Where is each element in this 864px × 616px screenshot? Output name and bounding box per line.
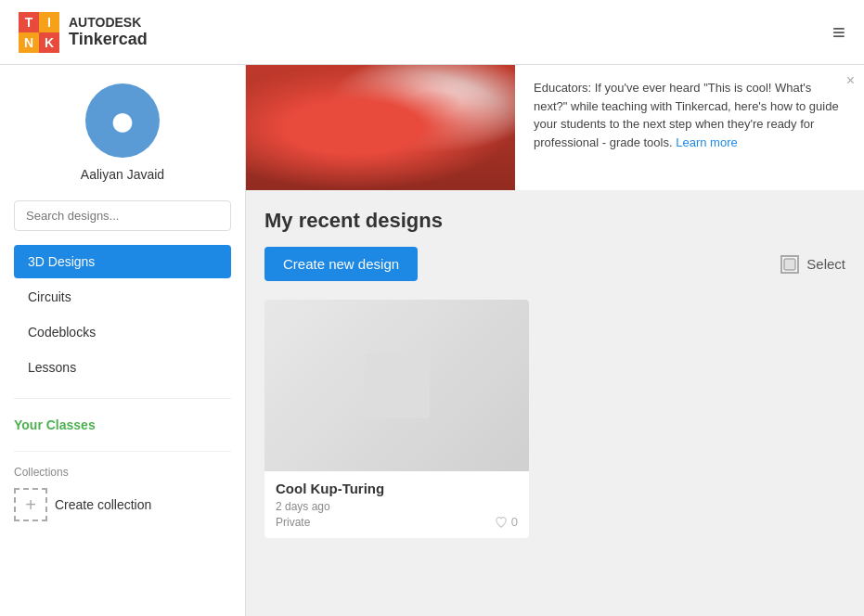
select-label[interactable]: Select xyxy=(806,256,845,272)
sidebar: ● Aaliyan Javaid 3D Designs Circuits Cod… xyxy=(0,65,246,616)
sidebar-item-3d-designs[interactable]: 3D Designs xyxy=(14,245,231,278)
brand-autodesk: AUTODESK xyxy=(69,15,148,30)
collections-section: Collections + Create collection xyxy=(14,466,231,521)
design-meta: Private 0 xyxy=(276,515,518,529)
select-checkbox[interactable] xyxy=(780,255,799,274)
create-collection-icon: + xyxy=(14,488,47,521)
heart-icon xyxy=(495,516,508,529)
design-card-info: Cool Kup-Turing 2 days ago Private 0 xyxy=(264,471,529,538)
design-name: Cool Kup-Turing xyxy=(276,481,518,496)
layout: ● Aaliyan Javaid 3D Designs Circuits Cod… xyxy=(0,65,864,616)
design-privacy: Private xyxy=(276,516,310,529)
recent-designs-section: My recent designs Create new design Sele… xyxy=(246,190,864,538)
create-new-design-button[interactable]: Create new design xyxy=(264,247,418,281)
logo-box: T I N K xyxy=(19,12,59,53)
hamburger-menu-icon[interactable]: ≡ xyxy=(832,19,845,45)
select-area: Select xyxy=(780,255,845,274)
your-classes-link[interactable]: Your Classes xyxy=(14,413,231,437)
banner-learn-more-link[interactable]: Learn more xyxy=(676,135,737,149)
design-thumbnail xyxy=(264,300,529,471)
checkbox-icon xyxy=(783,258,796,271)
logo-i: I xyxy=(39,12,59,32)
banner-image xyxy=(246,65,515,190)
design-thumbnail-placeholder xyxy=(360,349,434,423)
avatar-section: ● Aaliyan Javaid xyxy=(14,83,231,182)
user-name: Aaliyan Javaid xyxy=(81,167,164,182)
header: T I N K AUTODESK Tinkercad ≡ xyxy=(0,0,864,65)
create-collection-button[interactable]: + Create collection xyxy=(14,488,231,521)
logo-n: N xyxy=(19,32,39,53)
search-input[interactable] xyxy=(14,200,231,231)
user-icon: ● xyxy=(110,98,136,143)
collections-divider xyxy=(14,451,231,452)
brand-text: AUTODESK Tinkercad xyxy=(69,15,148,49)
design-grid: Cool Kup-Turing 2 days ago Private 0 xyxy=(264,300,845,538)
create-collection-label: Create collection xyxy=(55,497,151,512)
svg-rect-0 xyxy=(784,259,795,270)
nav-divider xyxy=(14,398,231,399)
avatar: ● xyxy=(85,83,160,158)
sidebar-item-circuits[interactable]: Circuits xyxy=(14,280,231,314)
logo-area: T I N K AUTODESK Tinkercad xyxy=(19,12,148,53)
design-likes: 0 xyxy=(495,515,518,529)
section-title: My recent designs xyxy=(264,209,845,233)
sidebar-item-codeblocks[interactable]: Codeblocks xyxy=(14,315,231,349)
sidebar-item-lessons[interactable]: Lessons xyxy=(14,351,231,384)
table-row[interactable]: Cool Kup-Turing 2 days ago Private 0 xyxy=(264,300,529,538)
main-content: Educators: If you've ever heard "This is… xyxy=(246,65,864,616)
logo-k: K xyxy=(39,32,59,53)
banner-text: Educators: If you've ever heard "This is… xyxy=(515,65,864,190)
brand-tinkercad: Tinkercad xyxy=(69,30,148,49)
design-date: 2 days ago xyxy=(276,500,518,513)
banner-close-button[interactable]: × xyxy=(846,72,855,89)
banner: Educators: If you've ever heard "This is… xyxy=(246,65,864,190)
actions-row: Create new design Select xyxy=(264,247,845,281)
svg-rect-1 xyxy=(365,353,430,418)
banner-image-inner xyxy=(246,65,515,190)
collections-label: Collections xyxy=(14,466,231,479)
logo-t: T xyxy=(19,12,39,32)
